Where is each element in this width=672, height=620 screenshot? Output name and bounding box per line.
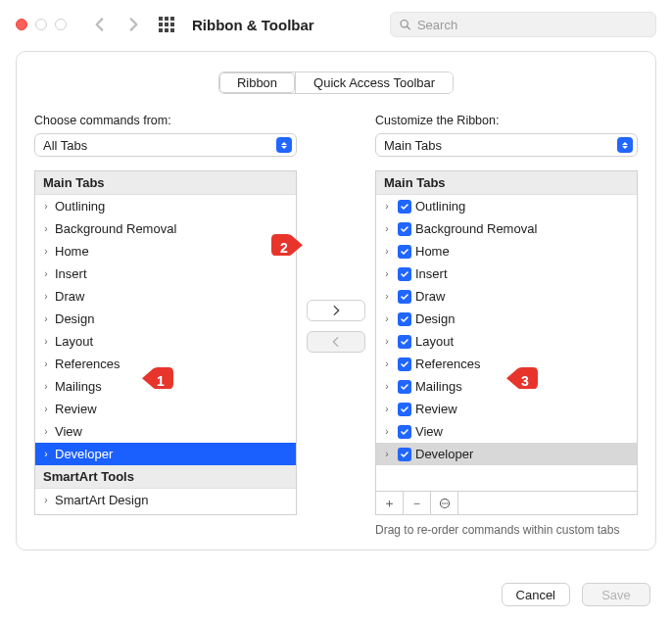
chevron-right-icon[interactable]: › [382, 381, 392, 392]
apps-grid-icon[interactable] [159, 17, 174, 32]
chevron-right-icon[interactable]: › [41, 246, 51, 257]
chevron-updown-icon [276, 137, 292, 153]
chevron-right-icon[interactable]: › [382, 426, 392, 437]
chevron-right-icon[interactable]: › [382, 404, 392, 414]
list-item: ›SmartArt Design [35, 489, 296, 511]
commands-listbox[interactable]: Main Tabs ›Outlining ›Background Removal… [34, 170, 297, 515]
list-item: ›Insert [35, 262, 296, 285]
list-item: ›Layout [35, 330, 296, 353]
svg-point-4 [444, 502, 446, 504]
zoom-window-icon [55, 19, 67, 30]
chevron-right-icon[interactable]: › [41, 291, 51, 302]
checkbox-checked-icon[interactable] [398, 200, 411, 214]
chevron-right-icon[interactable]: › [41, 404, 51, 414]
cancel-button[interactable]: Cancel [502, 583, 570, 606]
checkbox-checked-icon[interactable] [398, 245, 411, 259]
checkbox-checked-icon[interactable] [398, 267, 411, 281]
chevron-right-icon[interactable]: › [382, 246, 392, 257]
checkbox-checked-icon[interactable] [398, 380, 411, 394]
chevron-right-icon[interactable]: › [382, 336, 392, 347]
list-item: ›Review [376, 398, 637, 420]
list-item: ›Design [35, 308, 296, 330]
page-title: Ribbon & Toolbar [192, 17, 314, 33]
svg-line-1 [408, 26, 410, 29]
chevron-right-icon[interactable]: › [382, 313, 392, 324]
chevron-right-icon[interactable]: › [382, 358, 392, 369]
chevron-right-icon[interactable]: › [41, 336, 51, 347]
checkbox-checked-icon[interactable] [398, 448, 411, 461]
callout-1: 1 [142, 367, 173, 395]
section-smartart-tools: SmartArt Tools [35, 465, 296, 489]
list-item: ›View [35, 420, 296, 443]
more-actions-button[interactable] [431, 492, 458, 514]
forward-button[interactable] [121, 13, 145, 36]
svg-point-3 [442, 502, 444, 504]
list-item: ›Outlining [376, 195, 637, 217]
chevron-right-icon[interactable]: › [41, 358, 51, 369]
search-field[interactable] [390, 12, 656, 37]
add-button[interactable] [307, 300, 365, 321]
minimize-window-icon [35, 19, 47, 30]
svg-point-5 [446, 502, 448, 504]
ribbon-listbox[interactable]: Main Tabs ›Outlining ›Background Removal… [375, 170, 638, 492]
chevron-right-icon[interactable]: › [382, 223, 392, 234]
list-item: ›Design [376, 308, 637, 330]
customize-ribbon-label: Customize the Ribbon: [375, 114, 638, 127]
list-item: ›Home [35, 240, 296, 262]
list-item: ›Review [35, 398, 296, 420]
chevron-right-icon[interactable]: › [41, 426, 51, 437]
remove-tab-button[interactable]: － [404, 492, 431, 514]
checkbox-checked-icon[interactable] [398, 335, 411, 349]
chevron-right-icon[interactable]: › [382, 201, 392, 212]
chevron-right-icon[interactable]: › [41, 449, 51, 459]
save-button[interactable]: Save [582, 583, 650, 606]
back-button[interactable] [88, 13, 112, 36]
list-item: ›Home [376, 240, 637, 262]
add-tab-button[interactable]: ＋ [376, 492, 404, 514]
list-item-developer[interactable]: ›Developer [35, 443, 296, 465]
tab-quick-access-toolbar[interactable]: Quick Access Toolbar [295, 72, 453, 93]
list-item: ›Outlining [35, 195, 296, 217]
section-main-tabs: Main Tabs [35, 171, 296, 195]
checkbox-checked-icon[interactable] [398, 312, 411, 326]
chevron-right-icon[interactable]: › [41, 223, 51, 234]
tab-ribbon[interactable]: Ribbon [219, 72, 295, 93]
list-item: ›Background Removal [376, 217, 637, 240]
preferences-card: Ribbon Quick Access Toolbar Choose comma… [16, 51, 656, 550]
choose-commands-label: Choose commands from: [34, 114, 297, 127]
chevron-right-icon[interactable]: › [382, 291, 392, 302]
checkbox-checked-icon[interactable] [398, 290, 411, 304]
chevron-right-icon[interactable]: › [41, 201, 51, 212]
chevron-right-icon[interactable]: › [41, 381, 51, 392]
segmented-control: Ribbon Quick Access Toolbar [34, 72, 638, 94]
chevron-right-icon[interactable]: › [382, 449, 392, 459]
checkbox-checked-icon[interactable] [398, 425, 411, 439]
checkbox-checked-icon[interactable] [398, 403, 411, 416]
list-item: ›Layout [376, 330, 637, 353]
chevron-right-icon[interactable]: › [41, 313, 51, 324]
chevron-right-icon[interactable]: › [41, 495, 51, 505]
customize-ribbon-panel: Customize the Ribbon: Main Tabs Main Tab… [356, 114, 638, 537]
window-controls [16, 19, 67, 30]
list-item: ›Draw [376, 285, 637, 308]
empty-row [376, 465, 637, 489]
customize-ribbon-select[interactable]: Main Tabs [375, 133, 638, 157]
search-icon [399, 18, 411, 31]
chevron-right-icon[interactable]: › [41, 268, 51, 279]
search-input[interactable] [417, 18, 648, 32]
titlebar: Ribbon & Toolbar [0, 0, 672, 49]
list-item: ›Insert [376, 262, 637, 285]
remove-button[interactable] [307, 331, 365, 353]
list-item-developer-r[interactable]: ›Developer [376, 443, 637, 465]
checkbox-checked-icon[interactable] [398, 222, 411, 236]
customize-ribbon-value: Main Tabs [384, 138, 442, 153]
helper-text: Drag to re-order commands within custom … [375, 523, 638, 537]
close-window-icon[interactable] [16, 19, 27, 30]
list-item: ›Background Removal [35, 217, 296, 240]
choose-commands-select[interactable]: All Tabs [34, 133, 297, 157]
section-main-tabs-r: Main Tabs [376, 171, 637, 195]
transfer-buttons [307, 300, 365, 353]
choose-commands-value: All Tabs [43, 138, 87, 153]
chevron-right-icon[interactable]: › [382, 268, 392, 279]
checkbox-checked-icon[interactable] [398, 358, 411, 371]
